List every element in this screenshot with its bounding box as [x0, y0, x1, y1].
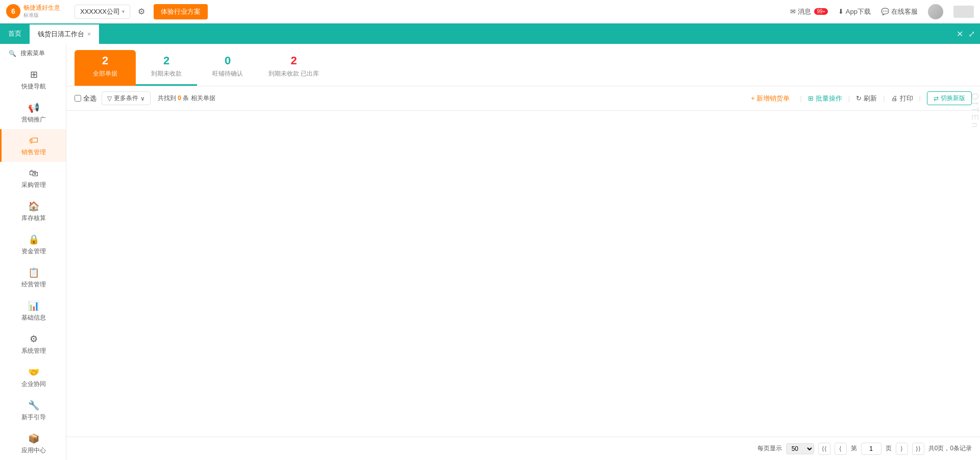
stat-pending-count: 0 — [207, 54, 248, 67]
content-area: 2 全部单据 2 到期未收款 0 旺铺待确认 2 到期未收款 已出库 全选 — [66, 44, 980, 460]
avatar[interactable] — [928, 4, 943, 19]
sidebar-label: 资金管理 — [21, 247, 46, 256]
app-name: 畅捷通好生意 — [23, 4, 60, 11]
select-all-checkbox[interactable]: 全选 — [75, 94, 96, 103]
sidebar-label: 库存核算 — [21, 214, 46, 223]
switch-icon: ⇄ — [934, 95, 939, 102]
page-input[interactable] — [861, 443, 881, 455]
sidebar-item-operations[interactable]: 📋 经营管理 — [0, 261, 66, 294]
tab-close-icon[interactable]: × — [87, 31, 91, 38]
sidebar-label: 基础信息 — [21, 313, 46, 322]
stat-tab-overdue[interactable]: 2 到期未收款 — [136, 50, 197, 86]
stat-tab-overdue-shipped[interactable]: 2 到期未收款 已出库 — [258, 50, 329, 86]
prev-page-button[interactable]: ⟨ — [835, 443, 847, 455]
online-service-button[interactable]: 💬 在线客服 — [881, 7, 918, 16]
stat-pending-label: 旺铺待确认 — [207, 69, 248, 78]
app-download-button[interactable]: ⬇ App下载 — [838, 7, 871, 16]
sidebar-item-quick-nav[interactable]: ⊞ 快捷导航 — [0, 63, 66, 96]
sidebar-item-guide[interactable]: 🔧 新手引导 — [0, 394, 66, 427]
page-label: 第 — [851, 444, 857, 453]
marketing-icon: 📢 — [28, 102, 39, 113]
last-page-button[interactable]: ⟩⟩ — [912, 443, 924, 455]
sidebar-item-purchase[interactable]: 🛍 采购管理 — [0, 162, 66, 195]
search-menu-label: 搜索菜单 — [20, 49, 45, 58]
sidebar-item-inventory[interactable]: 🏠 库存核算 — [0, 195, 66, 228]
stat-overdue-count: 2 — [146, 54, 187, 67]
first-page-button[interactable]: ⟨⟨ — [818, 443, 830, 455]
sidebar-item-cooperation[interactable]: 🤝 企业协同 — [0, 360, 66, 394]
found-text: 共找到 0 条 相关单据 — [158, 94, 215, 103]
message-badge: 99+ — [814, 8, 827, 15]
select-all-input[interactable] — [75, 95, 81, 102]
message-button[interactable]: ✉ 消息 99+ — [790, 7, 827, 16]
sidebar-item-marketing[interactable]: 📢 营销推广 — [0, 96, 66, 129]
main-layout: 🔍 搜索菜单 ⊞ 快捷导航 📢 营销推广 🏷 销售管理 🛍 采购管理 🏠 库存核… — [0, 44, 980, 460]
footer-pagination: 每页显示 50 100 200 ⟨⟨ ⟨ 第 页 ⟩ ⟩⟩ 共0页，0条记录 — [66, 437, 980, 460]
sidebar-label: 企业协同 — [21, 380, 46, 389]
operations-icon: 📋 — [28, 267, 39, 278]
sidebar-item-app-center[interactable]: 📦 应用中心 — [0, 427, 66, 460]
sidebar-item-finance[interactable]: 🔒 资金管理 — [0, 228, 66, 261]
settings-button[interactable]: ⚙ — [134, 5, 149, 19]
search-menu-item[interactable]: 🔍 搜索菜单 — [0, 44, 66, 63]
table-area — [66, 111, 980, 437]
basic-info-icon: 📊 — [28, 300, 39, 311]
nav-tabs: 首页 钱货日清工作台 × ✕ ⤢ — [0, 23, 980, 44]
guide-icon: 🔧 — [28, 400, 39, 411]
stat-tab-pending[interactable]: 0 旺铺待确认 — [197, 50, 258, 86]
stat-overdue-shipped-count: 2 — [268, 54, 319, 67]
toolbar-right: + 新增销货单 | ⊞ 批量操作 | ↻ 刷新 | 🖨 打印 | ⇄ — [747, 91, 972, 105]
finance-icon: 🔒 — [28, 234, 39, 245]
add-sales-order-button[interactable]: + 新增销货单 — [747, 92, 794, 105]
sidebar-label: 采购管理 — [21, 181, 46, 189]
sidebar-label: 新手引导 — [21, 413, 46, 422]
app-center-icon: 📦 — [28, 433, 39, 444]
search-icon: 🔍 — [9, 50, 16, 57]
select-all-label: 全选 — [83, 94, 96, 103]
toolbar: 全选 ▽ 更多条件 ∨ 共找到 0 条 相关单据 + 新增销货单 | ⊞ 批量操… — [66, 86, 980, 111]
chevron-down-filter-icon: ∨ — [140, 95, 145, 102]
refresh-button[interactable]: ↻ 刷新 — [856, 94, 877, 103]
filter-icon: ▽ — [107, 95, 112, 102]
total-info: 共0页，0条记录 — [928, 444, 972, 453]
found-count: 0 — [178, 94, 181, 102]
sidebar-label: 营销推广 — [21, 115, 46, 124]
page-size-select[interactable]: 50 100 200 — [786, 443, 814, 454]
sidebar-item-sales[interactable]: 🏷 销售管理 — [0, 129, 66, 162]
tab-home[interactable]: 首页 — [0, 23, 30, 44]
sales-icon: 🏷 — [29, 135, 38, 146]
app-sub: 标准版 — [23, 12, 60, 19]
download-icon: ⬇ — [838, 8, 844, 15]
message-icon: ✉ — [790, 8, 796, 15]
quick-nav-icon: ⊞ — [30, 69, 38, 80]
batch-operation-button[interactable]: ⊞ 批量操作 — [808, 94, 842, 103]
sidebar-label: 销售管理 — [21, 148, 46, 157]
trial-button[interactable]: 体验行业方案 — [154, 4, 208, 19]
sidebar-label: 应用中心 — [21, 446, 46, 455]
tab-work-station[interactable]: 钱货日清工作台 × — [30, 23, 99, 44]
filter-button[interactable]: ▽ 更多条件 ∨ — [102, 91, 151, 105]
window-close-icon[interactable]: ✕ — [957, 29, 963, 39]
company-name: XXXXXX公司 — [80, 7, 120, 16]
sidebar-label: 系统管理 — [21, 347, 46, 355]
top-header: 6 畅捷通好生意 标准版 XXXXXX公司 ▾ ⚙ 体验行业方案 ✉ 消息 99… — [0, 0, 980, 23]
header-right: ✉ 消息 99+ ⬇ App下载 💬 在线客服 — [790, 4, 974, 19]
stats-tabs: 2 全部单据 2 到期未收款 0 旺铺待确认 2 到期未收款 已出库 — [66, 44, 980, 86]
service-icon: 💬 — [881, 8, 889, 15]
sidebar-item-basic-info[interactable]: 📊 基础信息 — [0, 294, 66, 327]
stat-all-label: 全部单据 — [85, 69, 126, 78]
company-selector[interactable]: XXXXXX公司 ▾ — [75, 5, 130, 19]
next-page-button[interactable]: ⟩ — [896, 443, 908, 455]
sidebar: 🔍 搜索菜单 ⊞ 快捷导航 📢 营销推广 🏷 销售管理 🛍 采购管理 🏠 库存核… — [0, 44, 66, 460]
print-button[interactable]: 🖨 打印 — [891, 94, 913, 103]
switch-version-button[interactable]: ⇄ 切换新版 — [927, 91, 972, 105]
stat-tab-all[interactable]: 2 全部单据 — [75, 50, 136, 86]
print-icon: 🖨 — [891, 94, 898, 102]
purchase-icon: 🛍 — [29, 168, 38, 179]
sidebar-item-system[interactable]: ⚙ 系统管理 — [0, 327, 66, 360]
page-unit: 页 — [886, 444, 892, 453]
stat-overdue-label: 到期未收款 — [146, 69, 187, 78]
page-size-label: 每页显示 — [757, 444, 782, 453]
window-expand-icon[interactable]: ⤢ — [968, 29, 975, 39]
refresh-icon: ↻ — [856, 94, 862, 102]
